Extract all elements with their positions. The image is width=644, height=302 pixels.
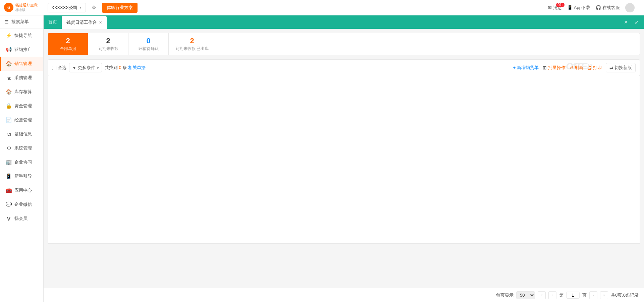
stat-label-all: 全部单据 — [55, 46, 81, 52]
settings-icon-btn[interactable]: ⚙ — [89, 2, 99, 13]
page-suffix: 页 — [582, 292, 587, 298]
marketing-icon: 📢 — [6, 47, 12, 53]
page-size-label: 每页显示 — [496, 292, 514, 298]
app-download-btn[interactable]: 📱 App下载 — [567, 5, 590, 11]
trial-button[interactable]: 体验行业方案 — [102, 3, 138, 13]
refresh-label: 刷新 — [575, 65, 583, 71]
sidebar-item-inventory-label: 库存核算 — [14, 89, 32, 95]
found-prefix: 共找到 — [105, 65, 118, 70]
tab-close-icon[interactable]: ✕ — [99, 20, 102, 25]
stat-tab-wangwang[interactable]: 0 旺辅待确认 — [128, 33, 169, 55]
finance-icon: 🔒 — [6, 103, 12, 109]
sidebar-item-purchase-label: 采购管理 — [14, 75, 32, 81]
member-icon: V — [6, 216, 12, 222]
next-page-icon: › — [593, 293, 594, 298]
stat-tab-overdue[interactable]: 2 到期未收款 — [88, 33, 128, 55]
stat-label-wangwang: 旺辅待确认 — [135, 46, 162, 52]
sidebar-item-system[interactable]: ⚙ 系统管理 — [0, 141, 43, 155]
page-label: 第 — [559, 292, 564, 298]
online-service-btn[interactable]: 🎧 在线客服 — [596, 5, 620, 11]
logo-area: 6 畅捷通好生意 标准版 — [4, 3, 48, 12]
first-page-icon: « — [541, 293, 543, 298]
switch-new-btn[interactable]: ⇄ 切换新版 — [606, 63, 636, 72]
message-btn[interactable]: ✉ 消息 99+ — [548, 5, 562, 11]
sidebar-item-inventory[interactable]: 🏠 库存核算 — [0, 85, 43, 99]
sidebar-item-enterprise-label: 企业协同 — [14, 159, 32, 165]
inventory-icon: 🏠 — [6, 89, 12, 95]
sidebar-item-app-center[interactable]: 🧰 应用中心 — [0, 183, 43, 197]
download-icon: 📱 — [567, 5, 573, 10]
found-link[interactable]: 相关单据 — [128, 65, 146, 70]
filter-btn[interactable]: ▼ 更多条件 ∨ — [69, 63, 102, 72]
sidebar-item-enterprise[interactable]: 🏢 企业协同 — [0, 155, 43, 169]
stat-label-overdue-out: 到期未收款 已出库 — [175, 46, 209, 52]
refresh-icon: ↺ — [570, 65, 573, 70]
sidebar-item-beginner[interactable]: 📱 新手引导 — [0, 169, 43, 183]
avatar[interactable] — [625, 3, 635, 12]
table-area — [48, 76, 640, 244]
refresh-btn[interactable]: ↺ 刷新 — [570, 65, 583, 71]
app-center-icon: 🧰 — [6, 187, 12, 193]
beginner-icon: 📱 — [6, 173, 12, 179]
total-info: 共0页,0条记录 — [611, 292, 639, 298]
company-name: XXXXXX公司 — [51, 5, 77, 11]
tab-close-window-icon[interactable]: ✕ — [621, 17, 631, 27]
sidebar-item-system-label: 系统管理 — [14, 145, 32, 151]
chevron-down-icon: ▼ — [79, 6, 82, 9]
prev-page-icon: ‹ — [552, 293, 553, 298]
sidebar-item-operations-label: 经营管理 — [14, 117, 32, 123]
page-size-select[interactable]: 50 100 200 — [516, 291, 535, 299]
found-count: 共找到 0 条 相关单据 — [105, 65, 146, 71]
select-all-checkbox[interactable]: 全选 — [52, 65, 66, 71]
sidebar-item-basic-info[interactable]: 🗂 基础信息 — [0, 127, 43, 141]
tab-workspace[interactable]: 钱货日清工作台 ✕ — [62, 16, 107, 29]
filter-label: 更多条件 — [78, 65, 95, 71]
sidebar-item-quick-nav[interactable]: ⚡ 快捷导航 — [0, 28, 43, 43]
sidebar-item-operations[interactable]: 📄 经营管理 — [0, 113, 43, 127]
sidebar-item-basic-info-label: 基础信息 — [14, 131, 32, 137]
prev-page-btn[interactable]: ‹ — [548, 291, 556, 299]
sidebar-item-purchase[interactable]: 🛍 采购管理 — [0, 71, 43, 85]
last-page-btn[interactable]: » — [600, 291, 608, 299]
sidebar-item-marketing-label: 营销推广 — [14, 47, 32, 53]
quick-nav-icon: ⚡ — [6, 33, 12, 39]
sidebar-search[interactable]: ☰ 搜索菜单 — [0, 15, 43, 28]
print-icon: 🖨 — [587, 65, 592, 70]
sidebar-item-member[interactable]: V 畅会员 — [0, 212, 43, 226]
switch-label: 切换新版 — [614, 65, 632, 71]
enterprise-icon: 🏢 — [6, 159, 12, 165]
gear-icon: ⚙ — [92, 4, 96, 11]
last-page-icon: » — [603, 293, 605, 298]
stat-num-wangwang: 0 — [135, 37, 162, 45]
sidebar-item-sales[interactable]: 🏠 销售管理 — [0, 57, 43, 71]
batch-ops-btn[interactable]: ⊞ 批量操作 — [543, 65, 566, 71]
select-all-input[interactable] — [52, 66, 56, 70]
found-unit: 条 — [122, 65, 127, 70]
add-sales-btn[interactable]: + 新增销货单 — [513, 65, 539, 71]
company-selector[interactable]: XXXXXX公司 ▼ — [48, 3, 86, 12]
service-icon: 🎧 — [596, 5, 601, 10]
page-number-input[interactable] — [566, 292, 580, 299]
stat-tab-all[interactable]: 2 全部单据 — [48, 33, 88, 55]
tab-bar: 首页 钱货日清工作台 ✕ ✕ ⤢ — [44, 15, 644, 29]
sidebar-item-marketing[interactable]: 📢 营销推广 — [0, 43, 43, 57]
content-inner: 2 全部单据 2 到期未收款 0 旺辅待确认 2 到期未收款 已出库 全选 — [44, 29, 644, 248]
next-page-btn[interactable]: › — [589, 291, 597, 299]
sidebar-item-finance[interactable]: 🔒 资金管理 — [0, 99, 43, 113]
stat-tab-overdue-out[interactable]: 2 到期未收款 已出库 — [169, 33, 215, 55]
tab-home[interactable]: 首页 — [44, 15, 62, 29]
purchase-icon: 🛍 — [6, 75, 12, 81]
footer-pagination: 每页显示 50 100 200 « ‹ 第 页 › » 共0页,0条记录 — [44, 288, 644, 302]
tab-expand-icon[interactable]: ⤢ — [632, 17, 641, 27]
sidebar-item-wechat-label: 企业微信 — [14, 201, 32, 207]
batch-label: 批量操作 — [548, 65, 566, 71]
stat-num-overdue: 2 — [95, 37, 121, 45]
stat-num-all: 2 — [55, 37, 81, 45]
stat-label-overdue: 到期未收款 — [95, 46, 121, 52]
operations-icon: 📄 — [6, 117, 12, 123]
sidebar-item-finance-label: 资金管理 — [14, 103, 32, 109]
print-btn[interactable]: 🖨 打印 — [587, 65, 602, 71]
batch-icon: ⊞ — [543, 65, 547, 70]
first-page-btn[interactable]: « — [538, 291, 546, 299]
sidebar-item-wechat[interactable]: 💬 企业微信 — [0, 197, 43, 212]
